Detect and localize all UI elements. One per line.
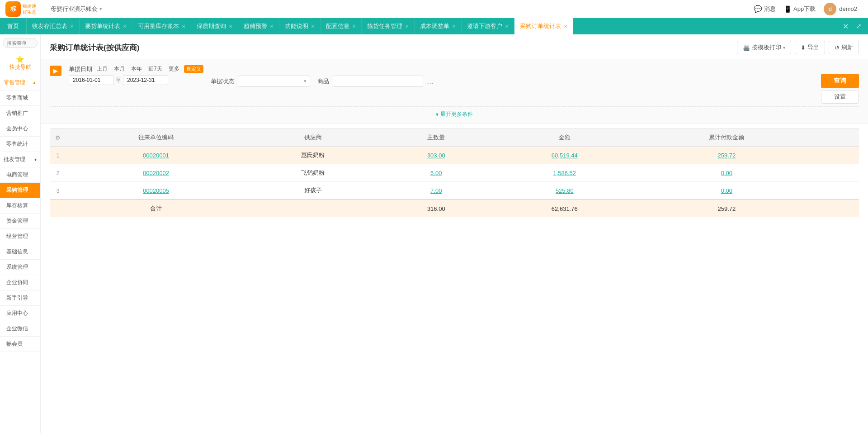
goods-more-icon[interactable]: … <box>427 77 434 86</box>
quick-nav-label: 快捷导航 <box>9 63 31 71</box>
sidebar-item-quick-nav[interactable]: ⭐ 快捷导航 <box>0 52 40 75</box>
sidebar-item-member[interactable]: 会员中心 <box>0 121 40 137</box>
print-icon: 🖨️ <box>743 44 750 51</box>
sidebar-search-input[interactable] <box>3 38 38 48</box>
row-paid[interactable]: 259.72 <box>637 147 816 164</box>
tab-maximize-icon[interactable]: ⤢ <box>853 21 864 31</box>
row-unit-code[interactable]: 00020005 <box>66 182 246 200</box>
date-to-input[interactable] <box>123 75 168 85</box>
sidebar-item-ecommerce[interactable]: 电商管理 <box>0 167 40 183</box>
row-paid[interactable]: 0.00 <box>637 164 816 182</box>
app-download-button[interactable]: 📱 App下载 <box>784 5 816 13</box>
app-download-label: App下载 <box>793 5 816 13</box>
tab-保质期查询[interactable]: 保质期查询 ✕ <box>191 18 238 34</box>
tab-close-收发存汇总表[interactable]: ✕ <box>70 24 74 29</box>
tab-邀请下游客户[interactable]: 邀请下游客户 ✕ <box>462 18 514 34</box>
workspace-name: 母婴行业演示账套 <box>51 5 98 13</box>
sidebar-item-member2[interactable]: 畅会员 <box>0 337 40 352</box>
row-unit-code[interactable]: 00020002 <box>66 164 246 182</box>
table-row: 1 00020001 惠氏奶粉 303.00 60,519.44 259.72 <box>50 147 859 164</box>
workspace-selector[interactable]: 母婴行业演示账套 ▾ <box>51 5 102 13</box>
message-button[interactable]: 💬 消息 <box>754 5 776 13</box>
sidebar-item-basic-info[interactable]: 基础信息 <box>0 244 40 260</box>
tab-成本调整单[interactable]: 成本调整单 ✕ <box>415 18 462 34</box>
logo-area: 标 畅捷通好生意 <box>5 1 46 17</box>
tab-close-可用量库存账本[interactable]: ✕ <box>182 24 185 29</box>
tab-收发存汇总表[interactable]: 收发存汇总表 ✕ <box>27 18 80 34</box>
expand-more-button[interactable]: ▾ 展开更多条件 <box>436 110 473 118</box>
date-filter: 单据日期 上月 本月 本年 近7天 更多 自定义 至 <box>69 65 203 85</box>
export-button[interactable]: ⬇ 导出 <box>795 41 825 54</box>
tab-close-超储预警[interactable]: ✕ <box>270 24 274 29</box>
sidebar-item-retail-stats[interactable]: 零售统计 <box>0 137 40 152</box>
tab-close-保质期查询[interactable]: ✕ <box>229 24 232 29</box>
user-profile[interactable]: d demo2 <box>824 3 857 15</box>
settings-button[interactable]: 设置 <box>821 90 859 104</box>
sidebar-item-biz-mgmt[interactable]: 经营管理 <box>0 229 40 244</box>
row-qty[interactable]: 7.00 <box>380 182 492 200</box>
sidebar-item-retail-mgmt[interactable]: 零售管理 ▲ <box>0 75 40 90</box>
tab-采购订单统计表[interactable]: 采购订单统计表 ✕ <box>514 18 573 34</box>
date-range-separator: 至 <box>116 76 121 84</box>
row-paid[interactable]: 0.00 <box>637 182 816 200</box>
refresh-button[interactable]: ↺ 刷新 <box>829 41 859 54</box>
date-shortcut-this-year[interactable]: 本年 <box>129 65 144 73</box>
tab-要货单统计表[interactable]: 要货单统计表 ✕ <box>80 18 132 34</box>
tab-close-要货单统计表[interactable]: ✕ <box>123 24 127 29</box>
sidebar-item-sys-mgmt[interactable]: 系统管理 <box>0 260 40 275</box>
print-button[interactable]: 🖨️ 按模板打印 ▾ <box>737 41 791 54</box>
sidebar-item-app-center[interactable]: 应用中心 <box>0 306 40 321</box>
tab-close-配置信息[interactable]: ✕ <box>352 24 356 29</box>
tab-功能说明[interactable]: 功能说明 ✕ <box>279 18 321 34</box>
sidebar-item-retail-shop[interactable]: 零售商城 <box>0 90 40 106</box>
tab-可用量库存账本[interactable]: 可用量库存账本 ✕ <box>132 18 191 34</box>
filter-expand-row: ▾ 展开更多条件 <box>50 106 859 118</box>
sidebar-item-capital[interactable]: 资金管理 <box>0 214 40 229</box>
row-supplier: 好孩子 <box>246 182 380 200</box>
goods-filter: 商品 … <box>317 76 434 87</box>
tab-配置信息[interactable]: 配置信息 ✕ <box>321 18 362 34</box>
tab-close-采购订单统计表[interactable]: ✕ <box>564 24 567 29</box>
row-seq: 3 <box>50 182 66 200</box>
filter-toggle-button[interactable]: ▶ <box>50 66 61 76</box>
row-amount[interactable]: 1,586.52 <box>492 164 637 182</box>
date-shortcut-this-month[interactable]: 本月 <box>112 65 127 73</box>
goods-input[interactable] <box>333 76 423 87</box>
sidebar-item-enterprise-wechat[interactable]: 企业微信 <box>0 321 40 337</box>
export-icon: ⬇ <box>801 44 806 51</box>
row-unit-code[interactable]: 00020001 <box>66 147 246 164</box>
row-amount[interactable]: 525.80 <box>492 182 637 200</box>
tab-close-all-icon[interactable]: ✕ <box>840 21 851 32</box>
query-button[interactable]: 查询 <box>821 74 859 88</box>
table-container: ⚙ 往来单位编码 供应商 主数量 金额 累计付款金额 1 <box>41 124 868 433</box>
tab-close-功能说明[interactable]: ✕ <box>311 24 315 29</box>
row-extra <box>816 164 859 182</box>
date-shortcut-more[interactable]: 更多 <box>167 65 181 73</box>
row-qty[interactable]: 303.00 <box>380 147 492 164</box>
tab-拣货任务管理[interactable]: 拣货任务管理 ✕ <box>362 18 415 34</box>
date-shortcut-last-month[interactable]: 上月 <box>95 65 109 73</box>
col-settings[interactable]: ⚙ <box>50 129 66 147</box>
date-from-input[interactable] <box>69 75 114 85</box>
sidebar-item-marketing[interactable]: 营销推广 <box>0 106 40 121</box>
logo-text: 畅捷通好生意 <box>23 3 36 15</box>
tab-close-邀请下游客户[interactable]: ✕ <box>505 24 509 29</box>
sidebar-item-stock-check[interactable]: 库存核算 <box>0 198 40 214</box>
date-shortcut-7days[interactable]: 近7天 <box>146 65 164 73</box>
row-qty[interactable]: 6.00 <box>380 164 492 182</box>
sidebar-item-new-guide[interactable]: 新手引导 <box>0 290 40 306</box>
row-amount[interactable]: 60,519.44 <box>492 147 637 164</box>
date-filter-label: 单据日期 <box>69 65 92 73</box>
table-settings-icon[interactable]: ⚙ <box>55 134 61 141</box>
sidebar-item-purchase-mgmt[interactable]: 采购管理 <box>0 183 40 198</box>
retail-mgmt-label: 零售管理 <box>4 79 25 86</box>
tab-超储预警[interactable]: 超储预警 ✕ <box>238 18 279 34</box>
tab-home[interactable]: 首页 <box>0 18 27 34</box>
status-select[interactable]: 草稿 已审核 已完成 <box>238 76 310 87</box>
sidebar-item-enterprise-collab[interactable]: 企业协同 <box>0 275 40 290</box>
wholesale-arrow-icon: ▾ <box>34 157 37 162</box>
sidebar-item-wholesale-mgmt[interactable]: 批发管理 ▾ <box>0 152 40 167</box>
tab-close-成本调整单[interactable]: ✕ <box>452 24 456 29</box>
tab-close-拣货任务管理[interactable]: ✕ <box>405 24 409 29</box>
summary-qty: 316.00 <box>380 200 492 217</box>
